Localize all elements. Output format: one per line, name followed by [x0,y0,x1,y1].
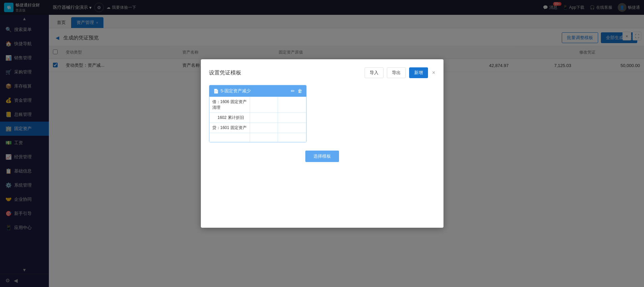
dialog-title: 设置凭证模板 [209,69,241,76]
import-button[interactable]: 导入 [365,67,384,78]
template-table: 借：1606 固定资产清理 1602 累计折旧 贷：1601 固定资产 [209,97,306,142]
modal-overlay: 设置凭证模板 导入 导出 新增 × 📄 5-固定资产减少 ✏ 🗑 [0,0,644,287]
template-credit-3 [278,123,306,133]
dialog-actions: 导入 导出 新增 [365,67,428,78]
template-row-empty [209,133,306,142]
template-row-2: 1602 累计折旧 [209,113,306,123]
dialog-close-button[interactable]: × [432,70,435,76]
select-template-button[interactable]: 选择模板 [305,151,339,162]
template-side-2: 1602 累计折旧 [209,113,250,123]
template-card-header: 📄 5-固定资产减少 ✏ 🗑 [209,85,306,97]
export-button[interactable]: 导出 [387,67,406,78]
template-debit-1 [250,97,278,113]
template-card-title: 5-固定资产减少 [221,88,251,94]
edit-icon[interactable]: ✏ [291,88,295,94]
template-row-3: 贷：1601 固定资产 [209,123,306,133]
template-debit-3 [250,123,278,133]
template-select-area: 选择模板 [209,151,435,162]
delete-icon[interactable]: 🗑 [298,88,302,94]
template-side-1: 借：1606 固定资产清理 [209,97,250,113]
template-debit-2 [250,113,278,123]
template-empty-2 [250,133,278,142]
template-empty-1 [209,133,250,142]
dialog-header: 设置凭证模板 导入 导出 新增 × [209,67,435,78]
dialog-body: 📄 5-固定资产减少 ✏ 🗑 借：1606 固定资产清理 [209,85,435,162]
new-button[interactable]: 新增 [409,67,428,78]
template-credit-2 [278,113,306,123]
template-credit-1 [278,97,306,113]
template-card-header-actions: ✏ 🗑 [291,88,302,94]
template-empty-3 [278,133,306,142]
dialog: 设置凭证模板 导入 导出 新增 × 📄 5-固定资产减少 ✏ 🗑 [201,59,443,228]
template-card: 📄 5-固定资产减少 ✏ 🗑 借：1606 固定资产清理 [209,85,307,142]
dialog-header-right: 导入 导出 新增 × [365,67,435,78]
template-file-icon: 📄 [213,89,219,94]
template-row-1: 借：1606 固定资产清理 [209,97,306,113]
template-side-3: 贷：1601 固定资产 [209,123,250,133]
